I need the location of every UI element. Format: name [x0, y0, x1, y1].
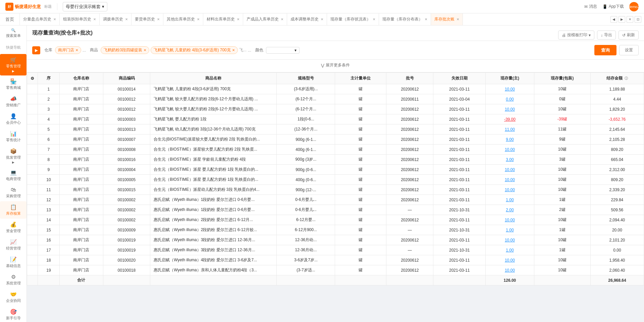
tab-close-icon[interactable]: ✕: [157, 17, 160, 21]
sidebar-item-retail-mgmt[interactable]: 🛒 零售管理 ▶: [0, 54, 26, 75]
product-tag-1[interactable]: 飞鹤奶粉3段四罐提装 ✕: [101, 46, 149, 54]
product-more-icon[interactable]: 飞...: [239, 47, 247, 53]
tab-close-icon[interactable]: ✕: [425, 17, 427, 21]
tab-fenliangpandian[interactable]: 分量盘点单历史 ✕: [20, 13, 60, 25]
tab-next-btn[interactable]: ▶: [619, 16, 625, 23]
cell-warehouse: 南岸门店: [59, 145, 103, 155]
sidebar-item-system[interactable]: ⚙ 系统管理: [0, 271, 26, 288]
avatar[interactable]: demo2: [629, 2, 639, 11]
warehouse-tag-close-icon[interactable]: ✕: [75, 48, 78, 52]
sidebar-item-newguide[interactable]: 🎯 新手引导: [0, 306, 26, 322]
cell-stock-main[interactable]: 10.00: [485, 235, 534, 245]
tab-xiancunliangkucunfb[interactable]: 现存量（库存分布表） ✕: [379, 13, 431, 25]
cell-stock-main[interactable]: 10.00: [485, 215, 534, 225]
cell-expiry: 2021-03-11: [433, 185, 485, 195]
ops-icon: 📈: [10, 239, 17, 245]
sidebar-item-marketing[interactable]: 📣 营销推广: [0, 93, 26, 110]
cell-stock-pkg: -39罐: [534, 114, 591, 124]
cell-stock-main[interactable]: 10.00: [485, 165, 534, 175]
th-unit: 主计量单位: [335, 73, 386, 84]
refresh-btn[interactable]: ↺ 刷新: [619, 31, 639, 40]
th-settings[interactable]: ⚙: [27, 73, 38, 84]
tab-xiancunliangkucunzt[interactable]: 现存量（库存状况表） ✕: [327, 13, 379, 25]
tab-close-icon[interactable]: ✕: [373, 17, 375, 21]
sidebar-item-ecommerce[interactable]: 💻 电商管理: [0, 167, 26, 184]
tab-cailiaoChuku[interactable]: 材料出库单历史 ✕: [203, 13, 243, 25]
filter-expand-btn[interactable]: ▶: [32, 46, 40, 54]
cell-stock-main[interactable]: 10.00: [485, 84, 534, 94]
cell-stock-main[interactable]: 10.00: [485, 265, 534, 275]
tab-close-icon[interactable]: ✕: [93, 17, 96, 21]
tab-close-icon[interactable]: ✕: [237, 17, 239, 21]
cell-stock-main[interactable]: 10.00: [485, 185, 534, 195]
tab-more-btn[interactable]: ⊡: [635, 16, 641, 23]
cell-unit: 罐: [335, 135, 386, 145]
tab-chenben[interactable]: 成本调整单历史 ✕: [287, 13, 327, 25]
tab-home[interactable]: 首页: [0, 13, 20, 25]
color-filter-select[interactable]: ▾: [266, 47, 300, 54]
sidebar-item-retail-stats[interactable]: 📊 零售统计: [0, 128, 26, 145]
settings-btn[interactable]: 设置: [619, 45, 639, 55]
search-menu-btn[interactable]: 🔍 搜索菜单: [1, 28, 25, 38]
cell-stock-main[interactable]: 2.00: [485, 205, 534, 215]
product-tag-1-close[interactable]: ✕: [144, 48, 146, 52]
sidebar-item-wholesale[interactable]: 📦 批发管理 ▶: [0, 145, 26, 167]
template-print-btn[interactable]: 🖨 按模板打印 ▾: [558, 31, 594, 40]
cell-no: 11: [38, 185, 60, 195]
sidebar-item-inventory[interactable]: 📋 库存核算: [0, 201, 26, 219]
tab-chanchengpinruku[interactable]: 产成品入库单历史 ✕: [243, 13, 287, 25]
cell-code: 00100005: [103, 175, 150, 185]
query-btn[interactable]: 查询: [594, 45, 616, 55]
export-btn[interactable]: ↓ 导出: [597, 31, 616, 40]
cell-unit: 罐: [335, 175, 386, 185]
tab-prev-btn[interactable]: ◀: [610, 16, 617, 23]
tab-close-icon[interactable]: ✕: [321, 17, 323, 21]
tab-close-icon[interactable]: ✕: [125, 17, 128, 21]
cell-stock-main[interactable]: 10.00: [485, 145, 534, 155]
balance-info-icon[interactable]: ⓘ: [625, 76, 628, 80]
tab-close-btn[interactable]: ✕: [627, 16, 633, 23]
sidebar-item-members[interactable]: 👤 会员中心: [0, 110, 26, 128]
cell-stock-main[interactable]: 11.00: [485, 124, 534, 135]
guide-icon: 🎯: [10, 309, 17, 315]
nav-selector[interactable]: 母婴行业演示账套 ▾: [63, 2, 107, 11]
cell-unit: 罐: [335, 94, 386, 104]
tab-kucunpicici[interactable]: 库存批次账 ✕: [431, 13, 463, 25]
app-download-btn[interactable]: 📱 App下载: [602, 4, 624, 9]
tab-close-icon[interactable]: ✕: [197, 17, 200, 21]
sidebar-item-finance[interactable]: 💰 资金管理: [0, 219, 26, 236]
filter-more-icon[interactable]: ...: [83, 48, 86, 53]
tab-qitachuku[interactable]: 其他出库单历史 ✕: [163, 13, 203, 25]
cell-stock-main[interactable]: -39.00: [485, 114, 534, 124]
warehouse-tag-nananmen[interactable]: 南岸门店 ✕: [55, 46, 81, 54]
messages-btn[interactable]: ✉ 消息: [584, 4, 597, 9]
expand-conditions-btn[interactable]: ⋁ 展开更多条件: [321, 62, 350, 68]
cell-stock-main[interactable]: 10.00: [485, 104, 534, 114]
tab-yaohuo[interactable]: 要货单历史 ✕: [131, 13, 163, 25]
cell-stock-main[interactable]: 10.00: [485, 255, 534, 265]
cell-stock-main[interactable]: 1.00: [485, 245, 534, 255]
cell-stock-main[interactable]: 9.00: [485, 135, 534, 145]
tab-diaobodanls[interactable]: 调拨单历史 ✕: [100, 13, 131, 25]
cell-stock-main[interactable]: 1.00: [485, 225, 534, 235]
sidebar-item-basic-info[interactable]: 📝 基础信息: [0, 254, 26, 271]
cell-stock-main[interactable]: 3.00: [485, 155, 534, 165]
cell-name: 惠氏启赋（Wyeth illuma）2段奶粉 爱尔兰进口 6-12月...: [150, 215, 277, 225]
cell-stock-main[interactable]: 0.00: [485, 94, 534, 104]
quick-nav-label: 快捷导航: [0, 44, 26, 51]
sidebar-item-retail-mall[interactable]: 🏪 零售商城: [0, 75, 26, 93]
sidebar-search: 🔍 搜索菜单: [0, 25, 26, 41]
tab-close-icon[interactable]: ✕: [457, 17, 459, 21]
product-tag-2[interactable]: 飞鹤星飞帆 儿童奶粉 4段(3-6岁适用) 700克 ✕: [151, 46, 238, 54]
sidebar-item-collab[interactable]: 🤝 企业协同: [0, 288, 26, 306]
tab-zuzhangchaijian[interactable]: 组装拆卸单历史 ✕: [60, 13, 100, 25]
product-tag-2-close[interactable]: ✕: [232, 48, 235, 52]
tab-close-icon[interactable]: ✕: [281, 17, 283, 21]
logo-sub: 标题: [44, 4, 52, 9]
cell-expiry: 2021-10-31: [433, 225, 485, 235]
tab-close-icon[interactable]: ✕: [53, 17, 56, 21]
cell-stock-main[interactable]: 1.00: [485, 195, 534, 205]
sidebar-item-operations[interactable]: 📈 经营管理: [0, 236, 26, 254]
cell-stock-main[interactable]: 10.00: [485, 175, 534, 185]
sidebar-item-purchase[interactable]: 🛍 采购管理: [0, 184, 26, 201]
